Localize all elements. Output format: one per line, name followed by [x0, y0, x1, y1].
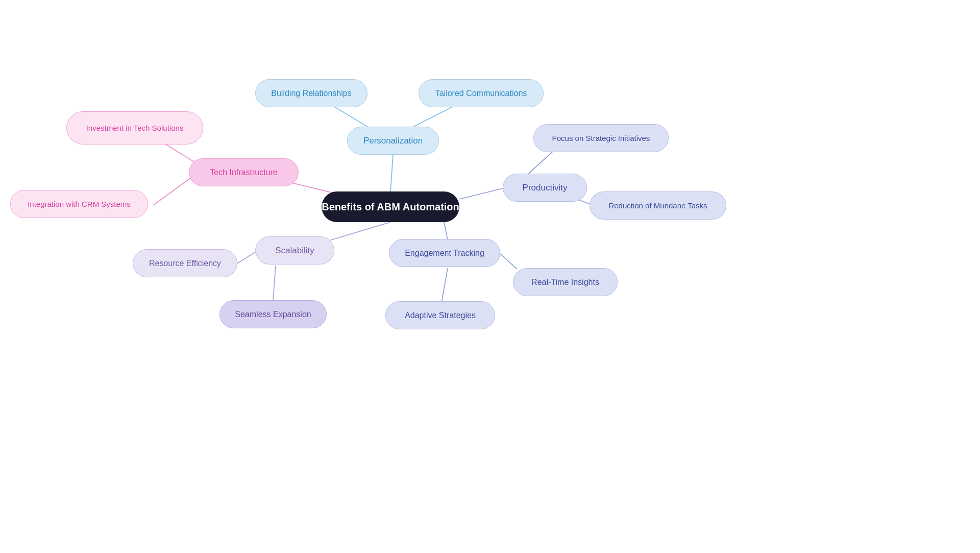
tech-infrastructure-label: Tech Infrastructure [210, 168, 278, 177]
engagement-tracking-node: Engagement Tracking [389, 239, 500, 267]
svg-line-11 [273, 266, 276, 300]
scalability-node: Scalability [255, 236, 334, 265]
focus-strategic-label: Focus on Strategic Initiatives [552, 134, 650, 142]
svg-line-3 [390, 155, 393, 191]
engagement-tracking-label: Engagement Tracking [405, 249, 484, 258]
tech-infrastructure-node: Tech Infrastructure [189, 158, 299, 186]
svg-line-13 [500, 254, 517, 269]
integration-crm-label: Integration with CRM Systems [28, 200, 131, 208]
personalization-label: Personalization [363, 136, 423, 146]
center-node-label: Benefits of ABM Automation [322, 201, 459, 213]
personalization-node: Personalization [347, 127, 439, 155]
resource-efficiency-node: Resource Efficiency [133, 249, 237, 277]
reduction-mundane-label: Reduction of Mundane Tasks [608, 201, 707, 210]
svg-line-14 [442, 268, 448, 303]
productivity-node: Productivity [503, 174, 587, 202]
svg-line-6 [459, 187, 507, 199]
seamless-expansion-node: Seamless Expansion [219, 300, 327, 328]
integration-crm-node: Integration with CRM Systems [10, 190, 148, 218]
tailored-communications-node: Tailored Communications [419, 79, 544, 107]
scalability-label: Scalability [275, 246, 314, 256]
investment-tech-node: Investment in Tech Solutions [66, 111, 203, 145]
seamless-expansion-label: Seamless Expansion [235, 310, 311, 319]
focus-strategic-node: Focus on Strategic Initiatives [533, 124, 669, 152]
svg-line-10 [236, 251, 257, 264]
center-node: Benefits of ABM Automation [322, 191, 459, 222]
tailored-communications-label: Tailored Communications [435, 89, 527, 98]
productivity-label: Productivity [523, 183, 568, 193]
building-relationships-label: Building Relationships [271, 89, 351, 98]
adaptive-strategies-label: Adaptive Strategies [405, 311, 476, 320]
svg-line-12 [444, 222, 448, 240]
resource-efficiency-label: Resource Efficiency [149, 259, 221, 268]
investment-tech-label: Investment in Tech Solutions [86, 124, 184, 132]
adaptive-strategies-node: Adaptive Strategies [385, 301, 495, 329]
building-relationships-node: Building Relationships [255, 79, 368, 107]
real-time-insights-node: Real-Time Insights [513, 268, 618, 296]
reduction-mundane-node: Reduction of Mundane Tasks [590, 191, 726, 220]
real-time-insights-label: Real-Time Insights [531, 278, 599, 287]
